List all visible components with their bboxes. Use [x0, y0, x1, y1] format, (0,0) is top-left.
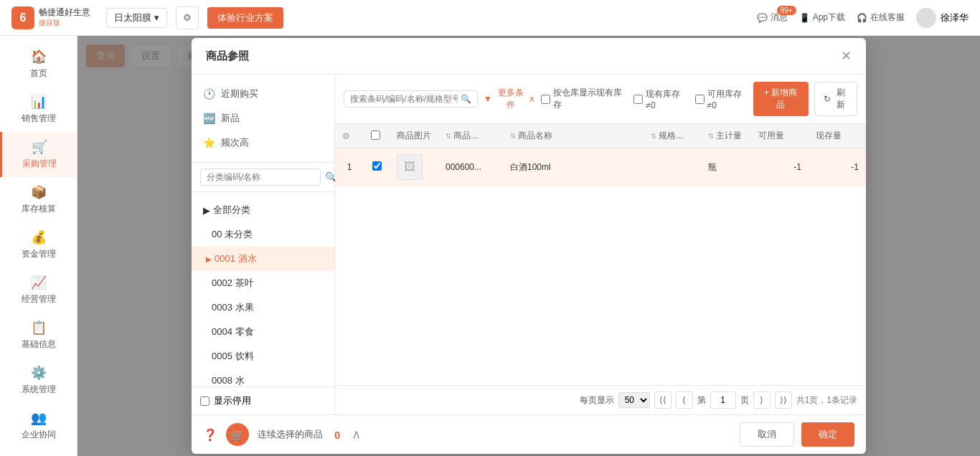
checkbox-stock-ne0[interactable]: 现有库存≠0 [633, 88, 686, 110]
cat-beverage[interactable]: 0005 饮料 [192, 344, 334, 369]
modal-left-panel: 🕐 近期购买 🆕 新品 ⭐ 频次高 [192, 75, 335, 414]
product-reference-modal: 商品参照 ✕ 🕐 近期购买 🆕 [192, 38, 866, 454]
category-list: ▶ 全部分类 00 未分类 ▶ 0001 酒水 0002 茶 [192, 192, 334, 386]
system-icon: ⚙️ [31, 365, 47, 381]
cat-liquor[interactable]: ▶ 0001 酒水 [192, 247, 334, 271]
confirm-button[interactable]: 确定 [801, 422, 854, 447]
search-icon[interactable]: 🔍 [461, 94, 471, 104]
finance-icon: 💰 [31, 229, 47, 245]
sidebar-item-procurement[interactable]: 🛒 采购管理 [0, 132, 77, 177]
app-name: 畅捷通好生意 [39, 7, 90, 19]
col-avail-header: 可用量 [751, 124, 809, 148]
warehouse-cb[interactable] [541, 95, 550, 104]
user-menu[interactable]: 徐泽华 [916, 8, 969, 28]
show-disabled-label: 显示停用 [214, 394, 251, 407]
nav-dropdown[interactable]: 日太阳膜 ▾ [106, 8, 167, 28]
pagination: 每页显示 50 ⟨⟨ ⟨ 第 页 ⟩ ⟩⟩ 共1页，1条记录 [335, 385, 866, 414]
tab-recent-purchase[interactable]: 🕐 近期购买 [192, 82, 334, 106]
nav-right: 💬 消息 99+ 📱 App下载 🎧 在线客服 徐泽华 [757, 8, 969, 28]
last-page-btn[interactable]: ⟩⟩ [775, 391, 792, 409]
procurement-icon: 🛒 [32, 139, 47, 155]
product-thumbnail: 🖼 [397, 154, 423, 180]
row-image-cell: 🖼 [390, 148, 438, 186]
sort-icon-name: ⇅ [510, 132, 516, 140]
cat-expand-icon: ▶ [203, 205, 210, 216]
sidebar-item-finance[interactable]: 💰 资金管理 [0, 222, 77, 267]
col-settings: ⚙ [335, 124, 364, 148]
col-stock-header: 现存量 [809, 124, 866, 148]
headset-icon: 🎧 [857, 13, 867, 23]
basic-info-icon: 📋 [31, 320, 47, 336]
page-size-select[interactable]: 50 [618, 392, 650, 408]
refresh-button[interactable]: ↻ 刷新 [814, 82, 857, 116]
cat-uncategorized[interactable]: 00 未分类 [192, 222, 334, 247]
next-page-btn[interactable]: ⟩ [753, 391, 771, 409]
messages-btn[interactable]: 💬 消息 99+ [757, 11, 788, 24]
col-image-header: 商品图片 [390, 124, 438, 148]
category-search-input[interactable] [200, 168, 321, 186]
row-spec-cell [644, 148, 701, 186]
sort-icon-unit: ⇅ [708, 132, 714, 140]
app-download-btn[interactable]: 📱 App下载 [799, 11, 845, 24]
sidebar-item-operations[interactable]: 📈 经营管理 [0, 267, 77, 313]
avail-ne0-cb[interactable] [695, 95, 705, 104]
cat-water[interactable]: 0008 水 [192, 369, 334, 386]
star-icon: ⭐ [203, 137, 215, 148]
cart-button[interactable]: 🛒 [226, 423, 249, 446]
cat-tea[interactable]: 0002 茶叶 [192, 271, 334, 295]
cat-all[interactable]: ▶ 全部分类 [192, 198, 334, 222]
filter-button[interactable]: ▼ 更多条件 ∧ [484, 87, 535, 111]
sidebar-item-guide[interactable]: 🌟 新手引导 [0, 448, 77, 456]
sidebar-item-home[interactable]: 🏠 首页 [0, 42, 77, 87]
product-search-input[interactable] [350, 94, 458, 104]
tab-new-product[interactable]: 🆕 新品 [192, 106, 334, 130]
row-available-cell: -1 [751, 148, 809, 186]
prev-page-btn[interactable]: ⟨ [676, 391, 693, 409]
home-icon: 🏠 [31, 49, 47, 65]
sidebar-item-system[interactable]: ⚙️ 系统管理 [0, 358, 77, 403]
filter-checkboxes: 按仓库显示现有库存 现有库存≠0 可用库存≠0 [541, 87, 747, 111]
message-icon: 💬 [757, 13, 768, 23]
layout: 🏠 首页 📊 销售管理 🛒 采购管理 📦 库存核算 💰 资金管理 📈 经营管理 … [0, 36, 980, 456]
sidebar-item-inventory[interactable]: 📦 库存核算 [0, 177, 77, 222]
cancel-button[interactable]: 取消 [740, 422, 794, 447]
product-search-box[interactable]: 🔍 [344, 90, 478, 108]
sidebar-item-enterprise[interactable]: 👥 企业协同 [0, 403, 77, 448]
col-spec-header: ⇅ 规格... [644, 124, 701, 148]
show-disabled-checkbox[interactable] [200, 396, 209, 406]
row-checkbox[interactable] [372, 161, 382, 171]
cat-fruit[interactable]: 0003 水果 [192, 295, 334, 320]
sidebar-item-sales[interactable]: 📊 销售管理 [0, 87, 77, 132]
image-placeholder-icon: 🖼 [404, 161, 415, 174]
stock-ne0-cb[interactable] [633, 95, 643, 104]
sidebar-item-basic-info[interactable]: 📋 基础信息 [0, 313, 77, 358]
settings-icon[interactable]: ⚙ [176, 6, 199, 29]
checkbox-avail-ne0[interactable]: 可用库存≠0 [695, 88, 748, 110]
add-product-button[interactable]: + 新增商品 [753, 82, 809, 116]
filter-collapse-icon: ∧ [529, 94, 535, 104]
col-unit-header: ⇅ 主计量 [701, 124, 751, 148]
table-body: 1 🖼 [335, 148, 866, 186]
col-checkbox [364, 124, 390, 148]
table-row[interactable]: 1 🖼 [335, 148, 866, 186]
tab-high-frequency[interactable]: ⭐ 频次高 [192, 130, 334, 155]
online-service-btn[interactable]: 🎧 在线客服 [857, 11, 905, 24]
sales-icon: 📊 [31, 94, 47, 110]
select-all-checkbox[interactable] [371, 130, 380, 140]
help-icon[interactable]: ❓ [203, 428, 217, 442]
app-sub: 捷目版 [39, 18, 90, 28]
cart-collapse-icon[interactable]: ∧ [352, 427, 361, 442]
page-number-input[interactable] [710, 391, 736, 409]
col-settings-icon[interactable]: ⚙ [342, 131, 350, 141]
sort-icon-spec: ⇅ [651, 132, 656, 140]
trial-button[interactable]: 体验行业方案 [207, 7, 283, 29]
toolbar-right: + 新增商品 ↻ 刷新 [753, 82, 857, 116]
inventory-icon: 📦 [31, 184, 47, 200]
checkbox-warehouse[interactable]: 按仓库显示现有库存 [541, 87, 625, 111]
mobile-icon: 📱 [799, 13, 810, 23]
modal-close-button[interactable]: ✕ [841, 48, 852, 64]
first-page-btn[interactable]: ⟨⟨ [654, 391, 672, 409]
cat-snack[interactable]: 0004 零食 [192, 320, 334, 344]
page-total: 共1页，1条记录 [796, 394, 857, 407]
modal-header: 商品参照 ✕ [192, 38, 866, 75]
